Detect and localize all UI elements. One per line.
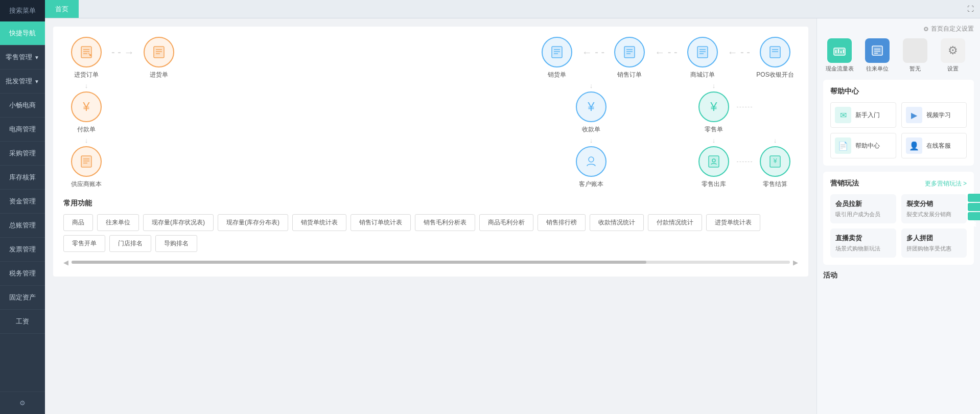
- arrow-icon: - - →: [111, 47, 134, 70]
- wf-node-retail-settle[interactable]: ¥ 零售结算: [752, 146, 798, 189]
- mall-order-icon: [687, 37, 718, 67]
- sidebar-item-payroll[interactable]: 工资: [0, 310, 45, 334]
- wf-node-retail-slip[interactable]: ¥ 零售单: [691, 91, 737, 134]
- func-button[interactable]: 零售开单: [63, 235, 105, 252]
- func-button[interactable]: 往来单位: [97, 214, 139, 231]
- wf-node-retail-out[interactable]: 零售出库: [691, 146, 737, 189]
- wf-node-purchase-slip[interactable]: 进货单: [136, 37, 182, 79]
- func-button[interactable]: 进货单统计表: [706, 214, 760, 231]
- settings-label: 设置: [947, 65, 959, 73]
- func-button[interactable]: 导购排名: [155, 235, 197, 252]
- common-functions-section: 常用功能 商品往来单位现存量(库存状况表)现存量(库存分布表)销货单统计表销售订…: [63, 199, 798, 252]
- sidebar-item-label: 资金管理: [9, 197, 36, 206]
- service-label: 在线客服: [926, 142, 951, 150]
- sidebar-gear-button[interactable]: ⚙: [0, 392, 45, 414]
- left-panel: 进货订单 - - → 进货单: [45, 18, 816, 414]
- wf-node-supplier-account[interactable]: 供应商账本: [63, 146, 109, 189]
- down-arrow-7: ↓: [752, 136, 798, 144]
- arrow-left2-icon: ← - -: [655, 47, 677, 70]
- marketing-item-live[interactable]: 直播卖货 场景式购物新玩法: [830, 228, 896, 258]
- scrollbar-track[interactable]: [72, 261, 790, 264]
- sidebar-item-tax-mgmt[interactable]: 税务管理: [0, 262, 45, 286]
- wf-node-payment-slip[interactable]: ¥ 付款单: [63, 91, 109, 134]
- sidebar-item-wholesale-mgmt[interactable]: 批发管理 ▼: [0, 70, 45, 94]
- sidebar-item-xiaochu-ecom[interactable]: 小畅电商: [0, 94, 45, 118]
- sidebar-item-ecom-mgmt[interactable]: 电商管理: [0, 118, 45, 142]
- sales-slip-icon: [542, 37, 572, 67]
- func-button[interactable]: 付款情况统计: [648, 214, 702, 231]
- float-btn-desktop[interactable]: 桌面快捷: [968, 212, 980, 220]
- func-button[interactable]: 销售毛利分析表: [415, 214, 475, 231]
- scroll-right-icon[interactable]: ▶: [793, 259, 798, 266]
- func-button[interactable]: 门店排名: [109, 235, 151, 252]
- retail-slip-icon: ¥: [698, 91, 729, 122]
- func-button[interactable]: 销售订单统计表: [351, 214, 411, 231]
- wf-node-pos-cashier[interactable]: POS收银开台: [752, 37, 798, 79]
- sidebar-item-finance-mgmt[interactable]: 资金管理: [0, 190, 45, 214]
- sidebar-item-label: 工资: [16, 317, 29, 326]
- sidebar-item-label: 采购管理: [9, 149, 36, 158]
- sidebar-item-label: 小畅电商: [9, 101, 36, 110]
- marketing-item-group[interactable]: 多人拼团 拼团购物享受优惠: [901, 228, 967, 258]
- sidebar-item-purchase-mgmt[interactable]: 采购管理: [0, 142, 45, 166]
- sidebar-search[interactable]: 搜索菜单: [0, 0, 45, 21]
- wf-label-retail-settle: 零售结算: [763, 180, 787, 189]
- quick-icon-counterparty[interactable]: 往来单位: [861, 38, 894, 73]
- float-buttons: 客服热线 服务社区 桌面快捷: [968, 194, 980, 220]
- quick-icon-settings[interactable]: ⚙ 设置: [937, 38, 969, 73]
- sidebar-item-inventory[interactable]: 库存核算: [0, 166, 45, 190]
- video-icon: ▶: [906, 107, 922, 123]
- marketing-title: 营销玩法: [830, 179, 859, 188]
- wf-node-receipt-slip[interactable]: ¥ 收款单: [568, 91, 614, 134]
- sidebar-item-quick-nav[interactable]: 快捷导航: [0, 21, 45, 45]
- dashed-connector2: [737, 162, 752, 162]
- common-functions-title: 常用功能: [63, 199, 798, 208]
- wf-node-purchase-order[interactable]: 进货订单: [63, 37, 109, 79]
- sidebar-item-general-ledger[interactable]: 总账管理: [0, 214, 45, 238]
- sidebar-item-label: 税务管理: [9, 269, 36, 278]
- func-button[interactable]: 商品: [63, 214, 93, 231]
- func-button[interactable]: 销货单统计表: [292, 214, 346, 231]
- func-button[interactable]: 现存量(库存状况表): [143, 214, 214, 231]
- marketing-item-member[interactable]: 会员拉新 吸引用户成为会员: [830, 194, 896, 223]
- cash-flow-label: 现金流量表: [826, 65, 854, 73]
- func-button[interactable]: 销售排行榜: [538, 214, 586, 231]
- video-label: 视频学习: [926, 111, 951, 120]
- func-button[interactable]: 商品毛利分析: [479, 214, 533, 231]
- float-btn-community[interactable]: 服务社区: [968, 203, 980, 211]
- expand-icon[interactable]: ⛶: [961, 5, 980, 13]
- marketing-card: 营销玩法 更多营销玩法 > 会员拉新 吸引用户成为会员 裂变分销 裂变式发展分销…: [823, 172, 974, 265]
- func-button[interactable]: 收款情况统计: [590, 214, 644, 231]
- wf-label-retail-out: 零售出库: [702, 180, 726, 189]
- marketing-item-fission[interactable]: 裂变分销 裂变式发展分销商: [901, 194, 967, 223]
- marketing-more-link[interactable]: 更多营销玩法 >: [925, 179, 967, 188]
- scrollbar-thumb[interactable]: [72, 261, 646, 264]
- wf-label-receipt-slip: 收款单: [582, 125, 600, 134]
- settings-icon-box: ⚙: [941, 38, 965, 63]
- down-arrow-6: ↓: [691, 136, 737, 144]
- float-btn-customer-service[interactable]: 客服热线: [968, 194, 980, 202]
- sidebar-item-invoice-mgmt[interactable]: 发票管理: [0, 238, 45, 262]
- wf-node-sales-order[interactable]: 销售订单: [606, 37, 652, 79]
- scroll-left-icon[interactable]: ◀: [63, 259, 68, 266]
- sidebar-item-label: 发票管理: [9, 245, 36, 254]
- tab-home[interactable]: 首页: [45, 0, 79, 18]
- quick-icon-cash-flow[interactable]: 现金流量表: [823, 38, 856, 73]
- wf-label-purchase-order: 进货订单: [74, 71, 99, 79]
- sidebar-item-retail-mgmt[interactable]: 零售管理 ▼: [0, 45, 45, 70]
- scroll-area[interactable]: ◀ ▶: [63, 258, 798, 266]
- help-item-video[interactable]: ▶ 视频学习: [901, 102, 967, 128]
- wf-node-customer-account[interactable]: 客户账本: [568, 146, 614, 189]
- group-title: 多人拼团: [906, 234, 962, 243]
- customize-settings[interactable]: ⚙ 首页自定义设置: [923, 25, 974, 33]
- help-item-service[interactable]: 👤 在线客服: [901, 133, 967, 158]
- wf-node-sales-slip[interactable]: 销货单: [534, 37, 580, 79]
- wf-node-mall-order[interactable]: 商城订单: [680, 37, 726, 79]
- help-item-help[interactable]: 📄 帮助中心: [830, 133, 896, 158]
- wf-label-retail-slip: 零售单: [705, 125, 723, 134]
- sidebar-item-fixed-assets[interactable]: 固定资产: [0, 286, 45, 310]
- chevron-down-icon: ▼: [34, 55, 39, 60]
- help-item-beginner[interactable]: ✉ 新手入门: [830, 102, 896, 128]
- func-button[interactable]: 现存量(库存分布表): [218, 214, 288, 231]
- beginner-icon: ✉: [835, 107, 851, 123]
